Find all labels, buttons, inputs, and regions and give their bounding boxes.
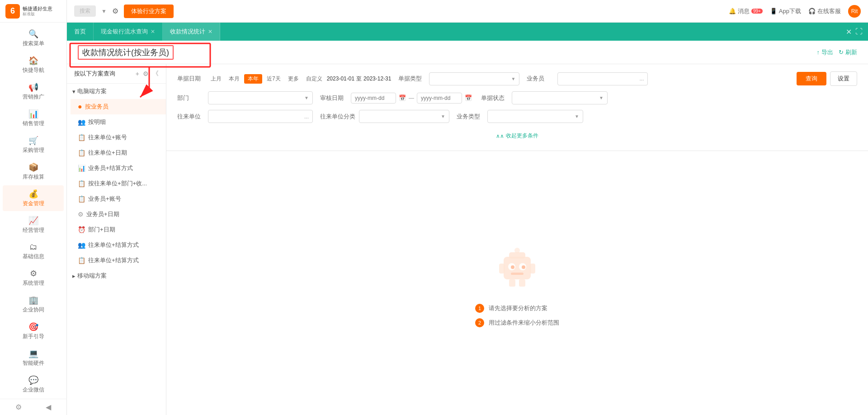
collapse-more-btn[interactable]: ∧∧ 收起更多条件 bbox=[496, 128, 538, 143]
doc-status-arrow: ▼ bbox=[599, 95, 604, 100]
sidebar-item-sales[interactable]: 📊 销售管理 bbox=[3, 105, 64, 131]
basic-icon: 🗂 bbox=[29, 242, 38, 252]
sidebar-nav: 🔍 搜索菜单 🏠 快捷导航 📢 营销推广 📊 销售管理 🛒 采购管理 📦 bbox=[0, 23, 66, 399]
sidebar-item-marketing[interactable]: 📢 营销推广 bbox=[3, 79, 64, 104]
download-icon: 📱 bbox=[770, 8, 777, 14]
service-icon: 🎧 bbox=[808, 8, 816, 14]
tab-collection[interactable]: 收款情况统计 ✕ bbox=[163, 23, 220, 41]
doc-status-select[interactable]: ▼ bbox=[512, 91, 608, 104]
tab-bank-close[interactable]: ✕ bbox=[151, 28, 155, 35]
review-date-to[interactable] bbox=[417, 93, 462, 104]
sidebar-item-enterprise[interactable]: 🏢 企业协同 bbox=[3, 292, 64, 317]
sidebar-item-label: 系统管理 bbox=[23, 279, 44, 287]
sidebar-item-purchase[interactable]: 🛒 采购管理 bbox=[3, 132, 64, 158]
sidebar-settings-btn[interactable]: ⚙ bbox=[15, 403, 22, 411]
empty-steps: 1 请先选择要分析的方案 2 用过滤条件来缩小分析范围 bbox=[475, 304, 559, 327]
tree-group-mobile[interactable]: ▸ 移动端方案 bbox=[67, 268, 166, 283]
refresh-btn[interactable]: ↻ 刷新 bbox=[839, 48, 857, 57]
notification-btn[interactable]: 🔔 消息 99+ bbox=[729, 7, 763, 15]
step-1-label: 请先选择要分析的方案 bbox=[489, 304, 547, 312]
svg-rect-1 bbox=[499, 264, 505, 274]
panel-title: 按以下方案查询 bbox=[74, 70, 115, 78]
refresh-icon: ↻ bbox=[839, 49, 844, 56]
tree-item-unit-account[interactable]: 📋 往来单位+账号 bbox=[71, 130, 166, 145]
tree-item-unit-settle1[interactable]: 👥 往来单位+结算方式 bbox=[71, 237, 166, 253]
biz-type-select[interactable]: ▼ bbox=[487, 110, 583, 123]
tree-item-salesperson-date[interactable]: ⚙ 业务员+日期 bbox=[71, 207, 166, 222]
export-btn[interactable]: ↑ 导出 bbox=[817, 48, 834, 57]
online-service-btn[interactable]: 🎧 在线客服 bbox=[808, 7, 841, 15]
date-tab-last-month[interactable]: 上月 bbox=[208, 74, 224, 84]
user-avatar[interactable]: Rit bbox=[848, 5, 861, 18]
tab-bank[interactable]: 现金银行流水查询 ✕ bbox=[94, 23, 163, 41]
tree-item-salesperson-account[interactable]: 📋 业务员+账号 bbox=[71, 191, 166, 207]
topbar-dropdown[interactable]: ▼ bbox=[101, 8, 107, 14]
date-dash: — bbox=[409, 95, 414, 101]
tree-item-dept-date[interactable]: ⏰ 部门+日期 bbox=[71, 222, 166, 237]
guide-icon: 🎯 bbox=[28, 322, 38, 332]
tree-group-desktop[interactable]: ▾ 电脑端方案 bbox=[67, 84, 166, 99]
salesperson-more-btn[interactable]: ... bbox=[639, 75, 644, 82]
empty-illustration bbox=[490, 239, 544, 293]
filter-settings-btn[interactable]: 设置 bbox=[830, 71, 857, 86]
app-download-btn[interactable]: 📱 App下载 bbox=[770, 7, 801, 15]
sidebar-item-inventory[interactable]: 📦 库存核算 bbox=[3, 159, 64, 184]
sidebar-item-guide[interactable]: 🎯 新手引导 bbox=[3, 318, 64, 344]
date-range: 2023-01-01 至 2023-12-31 bbox=[327, 75, 392, 83]
sidebar-item-search[interactable]: 🔍 搜索菜单 bbox=[3, 25, 64, 51]
empty-step-1: 1 请先选择要分析的方案 bbox=[475, 304, 559, 313]
tree-item-unit-dept[interactable]: 📋 按往来单位+部门+收... bbox=[71, 176, 166, 191]
date-tab-this-year[interactable]: 本年 bbox=[244, 74, 262, 84]
sidebar-item-label: 企业协同 bbox=[23, 306, 44, 314]
topbar-gear-btn[interactable]: ⚙ bbox=[112, 7, 118, 15]
sidebar-item-operations[interactable]: 📈 经营管理 bbox=[3, 212, 64, 238]
users-icon: 👥 bbox=[78, 118, 85, 126]
date-tab-last7[interactable]: 近7天 bbox=[264, 74, 283, 84]
filter-row-2: 部门 ▼ 审核日期 📅 bbox=[177, 91, 857, 104]
sidebar-item-quicknav[interactable]: 🏠 快捷导航 bbox=[3, 52, 64, 78]
review-date-from[interactable] bbox=[351, 93, 396, 104]
left-panel: 按以下方案查询 + ⚙ 《 ▾ 电脑端方案 ● bbox=[67, 64, 166, 415]
triangle-right-icon: ▸ bbox=[72, 273, 75, 279]
partner-select[interactable]: ... bbox=[208, 110, 313, 123]
tree-item-salesperson-settle[interactable]: 📊 业务员+结算方式 bbox=[71, 160, 166, 176]
tree-item-salesperson[interactable]: ● 按业务员 bbox=[71, 99, 166, 114]
date-tab-custom[interactable]: 自定义 bbox=[303, 74, 325, 84]
sidebar-item-system[interactable]: ⚙ 系统管理 bbox=[3, 265, 64, 291]
tree-item-detail[interactable]: 👥 按明细 bbox=[71, 114, 166, 130]
sidebar-item-wechat[interactable]: 💬 企业微信 bbox=[3, 372, 64, 397]
query-btn[interactable]: 查询 bbox=[797, 72, 826, 85]
panel-add-btn[interactable]: + bbox=[136, 70, 139, 77]
sidebar-collapse-btn[interactable]: ◀ bbox=[46, 403, 51, 411]
panel-settings-btn[interactable]: ⚙ bbox=[143, 70, 149, 77]
panel-actions: + ⚙ 《 bbox=[136, 70, 159, 78]
filter-date: 单据日期 上月 本月 本年 近7天 更多 自定义 bbox=[177, 74, 391, 84]
partner-more-btn[interactable]: ... bbox=[304, 113, 309, 120]
date-separator: 至 bbox=[356, 75, 362, 83]
partner-label: 往来单位 bbox=[177, 113, 204, 121]
sidebar-item-basic[interactable]: 🗂 基础信息 bbox=[3, 239, 64, 264]
tab-collection-close[interactable]: ✕ bbox=[208, 28, 212, 35]
svg-rect-3 bbox=[509, 279, 515, 287]
sidebar-item-hardware[interactable]: 💻 智能硬件 bbox=[3, 345, 64, 371]
doc-type-select[interactable]: ▼ bbox=[429, 72, 519, 85]
tab-close-all-btn[interactable]: ✕ bbox=[846, 28, 852, 36]
biz-type-label: 业务类型 bbox=[457, 113, 484, 121]
chart-icon: 📊 bbox=[78, 165, 85, 172]
tab-home[interactable]: 首页 bbox=[67, 23, 94, 41]
partner-cat-select[interactable]: ▼ bbox=[359, 110, 449, 123]
dept-select[interactable]: ▼ bbox=[208, 91, 313, 104]
salesperson-select[interactable]: ... bbox=[557, 72, 648, 85]
sidebar-item-finance[interactable]: 💰 资金管理 bbox=[3, 185, 64, 211]
panel-collapse-btn[interactable]: 《 bbox=[152, 70, 159, 78]
tab-restore-btn[interactable]: ⛶ bbox=[855, 28, 863, 36]
filter-salesperson: 业务员 ... bbox=[527, 72, 648, 85]
dept-label: 部门 bbox=[177, 94, 204, 102]
date-tab-this-month[interactable]: 本月 bbox=[226, 74, 242, 84]
triangle-down-icon: ▾ bbox=[72, 88, 75, 95]
tree-item-unit-settle2[interactable]: 📋 往来单位+结算方式 bbox=[71, 253, 166, 268]
try-industry-btn[interactable]: 体验行业方案 bbox=[124, 5, 174, 18]
date-tab-more[interactable]: 更多 bbox=[285, 74, 302, 84]
tree-item-unit-date[interactable]: 📋 往来单位+日期 bbox=[71, 145, 166, 160]
topbar-search-area[interactable]: 搜索 bbox=[74, 5, 96, 17]
